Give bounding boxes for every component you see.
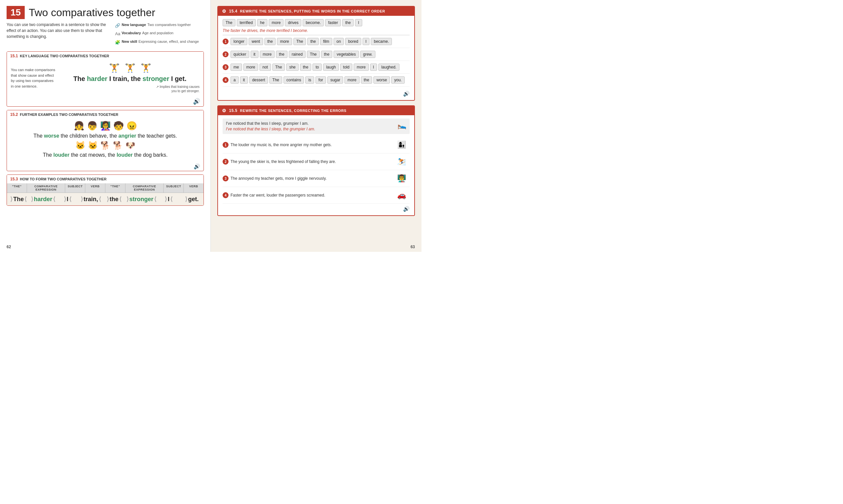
form-col-the-2: "THE"	[105, 183, 125, 193]
comp-angrier: angrier	[119, 133, 136, 139]
exercise-15-4-body: The terrified he more drives become. fas…	[218, 16, 414, 100]
form-col-verb-1: VERB	[85, 183, 105, 193]
puzzle-right-2: ⟩	[31, 196, 33, 203]
puzzle-right-8: ⟩	[185, 196, 187, 203]
comp-word-stronger: stronger	[143, 75, 169, 82]
section-15-4: ⚙ 15.4 REWRITE THE SENTENCES, PUTTING TH…	[217, 6, 415, 101]
error-item-3-left: 3 The annoyed my teacher gets, more I gi…	[222, 176, 393, 181]
section-15-3-header: 15.3 HOW TO FORM TWO COMPARATIVES TOGETH…	[7, 175, 203, 183]
right-page: ⚙ 15.4 REWRITE THE SENTENCES, PUTTING TH…	[211, 0, 422, 252]
tile-The-4: The	[269, 76, 282, 84]
form-col-comp-1: COMPARATIVEEXPRESSION	[27, 183, 66, 193]
further-figures-2: 🐱 🐱 🐕 🐕 🐶	[7, 141, 203, 150]
left-page: 15 Two comparatives together You can use…	[0, 0, 211, 252]
puzzle-icon: 🧩	[115, 38, 120, 46]
tile-to: to	[312, 64, 322, 71]
puzzle-right-4: ⟩	[81, 196, 83, 203]
form-comp-stronger: stronger	[129, 196, 154, 203]
error-img-3: 👨‍🏫	[393, 172, 410, 185]
form-word-harder: ⟩ harder ⟨	[30, 194, 56, 204]
children-figure-3: 🧒	[113, 121, 124, 131]
form-col-comp-2: COMPARATIVEEXPRESSION	[125, 183, 164, 193]
tile-is: is	[305, 76, 314, 84]
example-img: 🛌	[397, 121, 406, 130]
figure-row-1: 🏋️ 🏋️ 🏋️	[60, 63, 200, 73]
item-2-tiles: quicker it more the rained The the veget…	[231, 51, 410, 58]
section-15-2: 15.2 FURTHER EXAMPLES TWO COMPARATIVES T…	[6, 110, 204, 171]
error-img-1: 👩‍👦	[393, 139, 410, 151]
item-number-4: 4	[222, 77, 229, 83]
tile-laugh: laugh	[323, 64, 339, 71]
page-number-right: 63	[411, 245, 415, 249]
gear-icon-1: ⚙	[222, 8, 227, 14]
form-col-the-1: "THE"	[7, 183, 27, 193]
figure-medium: 🏋️	[125, 63, 135, 73]
comp-louder-2: louder	[116, 152, 133, 158]
meta-label-skill: New skill	[122, 38, 137, 45]
puzzle-right-5: ⟩	[107, 196, 109, 203]
speaker-icon-2[interactable]: 🔊	[194, 163, 200, 169]
further-sentence-1: The worse the children behave, the angri…	[7, 133, 203, 139]
tile-not: not	[259, 64, 271, 71]
figure-heavy: 🏋️	[141, 63, 151, 73]
tile-The-3: The	[272, 64, 285, 71]
meta-label-lang: New language	[122, 22, 146, 28]
form-word-train: ⟩ train, ⟨	[79, 194, 103, 204]
tile-the-2b: the	[321, 51, 333, 58]
section-15-2-header: 15.2 FURTHER EXAMPLES TWO COMPARATIVES T…	[7, 110, 203, 119]
tile-become: become.	[303, 19, 324, 26]
example-wrong-text: I've noticed that the less I sleep, grum…	[226, 121, 406, 126]
item-4-tiles: a it dessert The contains is for sugar m…	[231, 76, 410, 84]
form-word-the-1: ⟩ The ⟨	[7, 194, 30, 204]
further-sentence-2: The louder the cat meows, the louder the…	[7, 152, 203, 158]
tile-more-4: more	[344, 76, 359, 84]
tile-longer: longer	[231, 38, 247, 45]
meta-label-vocab: Vocabulary	[122, 30, 141, 37]
tile-told: told	[340, 64, 352, 71]
error-text-2: The young the skier is, the less frighte…	[231, 159, 336, 164]
speaker-icon-1[interactable]: 🔊	[193, 98, 200, 105]
aa-icon: Aa	[115, 30, 120, 38]
item-number-1: 1	[222, 38, 229, 44]
error-text-3: The annoyed my teacher gets, more I gigg…	[231, 176, 327, 181]
tile-he: he	[257, 19, 267, 26]
meta-new-language: 🔗 New language Two comparatives together	[115, 22, 204, 29]
form-body: "THE" COMPARATIVEEXPRESSION SUBJECT VERB…	[7, 183, 203, 205]
tile-it: it	[251, 51, 258, 58]
section-number-15-3: 15.3	[10, 177, 18, 181]
tile-vegetables: vegetables	[334, 51, 359, 58]
item-number-2: 2	[222, 51, 229, 57]
example-correct-text: I've noticed that the less I sleep, the …	[226, 127, 406, 131]
tile-the-1: the	[265, 38, 276, 45]
speaker-icon-4[interactable]: 🔊	[403, 91, 410, 97]
form-col-subj-1: SUBJECT	[65, 183, 85, 193]
exercise-heading-15-4: REWRITE THE SENTENCES, PUTTING THE WORDS…	[240, 9, 385, 13]
tile-more-3b: more	[354, 64, 369, 71]
teacher-figure: 👩‍🏫	[100, 121, 111, 131]
intro-row: You can use two comparatives in a senten…	[6, 22, 204, 47]
exercise-item-4: 4 a it dessert The contains is for sugar…	[222, 76, 410, 87]
teacher-figure-2: 😠	[126, 121, 137, 131]
puzzle-left-2: ⟨	[53, 196, 55, 203]
page-number-left: 62	[6, 245, 11, 249]
form-word-i-1: ⟩ I ⟨	[56, 194, 79, 204]
error-number-4: 4	[222, 192, 229, 198]
puzzle-left-5: ⟨	[119, 196, 122, 203]
intro-meta: 🔗 New language Two comparatives together…	[115, 22, 204, 47]
tile-i-3: I	[370, 64, 377, 71]
meta-vocabulary: Aa Vocabulary Age and population	[115, 30, 204, 38]
gear-icon-2: ⚙	[222, 108, 227, 113]
tile-more: more	[269, 19, 284, 26]
tile-the-4: the	[361, 76, 373, 84]
meta-skill: 🧩 New skill Expressing cause, effect, an…	[115, 38, 204, 46]
item-1-tiles: longer went the more The the film on bor…	[231, 38, 410, 45]
section-15-5: ⚙ 15.5 REWRITE THE SENTENCES, CORRECTING…	[217, 105, 415, 216]
section-15-1-body: You can make comparisons that show cause…	[7, 60, 203, 96]
tile-The-1: The	[293, 38, 306, 45]
annotation-text: ↗ Implies that training causesyou to get…	[156, 85, 200, 93]
tile-sugar: sugar	[327, 76, 343, 84]
tile-the: The	[222, 19, 235, 26]
children-figure-1: 👧	[74, 121, 84, 131]
speaker-icon-5[interactable]: 🔊	[403, 206, 410, 212]
error-item-4: 4 Faster the car went, louder the passen…	[222, 187, 410, 204]
